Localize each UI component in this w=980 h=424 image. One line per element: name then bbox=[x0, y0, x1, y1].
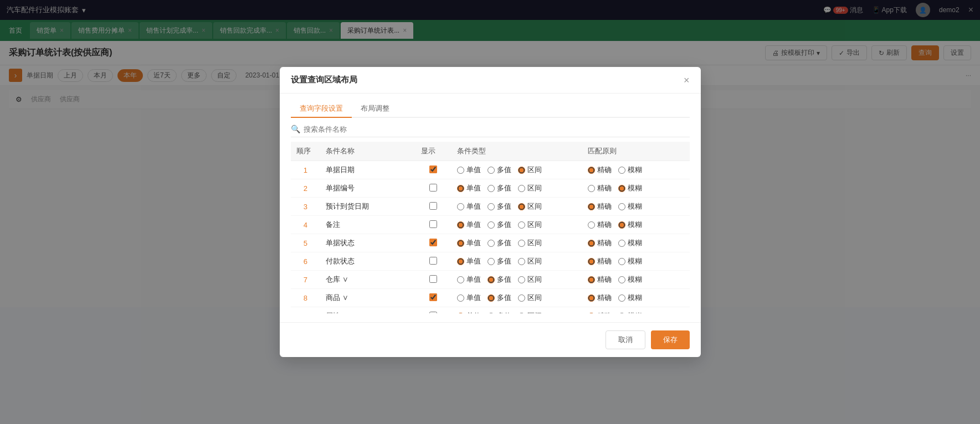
cell-show[interactable] bbox=[415, 252, 451, 271]
cell-match: 精确模糊 bbox=[582, 161, 689, 179]
type-single-option[interactable]: 单值 bbox=[457, 183, 481, 193]
cell-order: 5 bbox=[291, 234, 321, 252]
cell-order: 3 bbox=[291, 198, 321, 216]
cell-type: 单值多值区间 bbox=[451, 216, 582, 234]
cell-show[interactable] bbox=[415, 161, 451, 179]
show-checkbox[interactable] bbox=[429, 293, 437, 301]
type-multi-option[interactable]: 多值 bbox=[488, 165, 511, 175]
cell-order: 4 bbox=[291, 216, 321, 234]
type-single-option[interactable]: 单值 bbox=[457, 238, 481, 248]
match-exact-option[interactable]: 精确 bbox=[588, 183, 612, 193]
cell-order: 2 bbox=[291, 179, 321, 198]
cell-show[interactable] bbox=[415, 198, 451, 216]
match-fuzzy-option[interactable]: 模糊 bbox=[618, 201, 642, 211]
show-checkbox[interactable] bbox=[429, 166, 437, 173]
show-checkbox[interactable] bbox=[429, 239, 437, 246]
modal-search-icon: 🔍 bbox=[291, 125, 300, 133]
modal-close-button[interactable]: × bbox=[684, 75, 690, 85]
modal-table-body: 1单据日期单值多值区间精确模糊2单据编号单值多值区间精确模糊3预计到货日期单值多… bbox=[291, 161, 690, 308]
type-single-option[interactable]: 单值 bbox=[457, 293, 481, 303]
settings-modal: 设置查询区域布局 × 查询字段设置 布局调整 🔍 bbox=[280, 67, 701, 307]
cell-name: 单据编号 bbox=[320, 179, 415, 198]
cell-match: 精确模糊 bbox=[582, 307, 689, 308]
th-match: 匹配原则 bbox=[582, 142, 689, 161]
match-exact-option[interactable]: 精确 bbox=[588, 220, 612, 230]
type-range-option[interactable]: 区间 bbox=[518, 183, 542, 193]
cell-show[interactable] bbox=[415, 216, 451, 234]
cell-name: 单据状态 bbox=[320, 234, 415, 252]
cell-order: 9 bbox=[291, 307, 321, 308]
cell-match: 精确模糊 bbox=[582, 198, 689, 216]
show-checkbox[interactable] bbox=[429, 220, 437, 228]
modal-title: 设置查询区域布局 bbox=[291, 75, 357, 85]
type-multi-option[interactable]: 多值 bbox=[488, 220, 511, 230]
table-header-row: 顺序 条件名称 显示 条件类型 匹配原则 bbox=[291, 142, 690, 161]
match-exact-option[interactable]: 精确 bbox=[588, 293, 612, 303]
cell-show[interactable] bbox=[415, 234, 451, 252]
cell-name: 备注 bbox=[320, 216, 415, 234]
type-multi-option[interactable]: 多值 bbox=[488, 238, 511, 248]
cell-show[interactable] bbox=[415, 271, 451, 289]
cell-order: 6 bbox=[291, 252, 321, 271]
modal-search-input[interactable] bbox=[304, 125, 690, 133]
table-row: 8商品 ∨单值多值区间精确模糊 bbox=[291, 289, 690, 307]
type-single-option[interactable]: 单值 bbox=[457, 275, 481, 285]
type-range-option[interactable]: 区间 bbox=[518, 201, 542, 211]
match-exact-option[interactable]: 精确 bbox=[588, 165, 612, 175]
modal-conditions-table: 顺序 条件名称 显示 条件类型 匹配原则 1单据日期单值多值区间精确模糊2单据编… bbox=[291, 142, 690, 307]
cell-show[interactable] bbox=[415, 307, 451, 308]
match-fuzzy-option[interactable]: 模糊 bbox=[618, 165, 642, 175]
table-row: 3预计到货日期单值多值区间精确模糊 bbox=[291, 198, 690, 216]
cell-name: 属性 ∨ bbox=[320, 307, 415, 308]
show-checkbox[interactable] bbox=[429, 184, 437, 192]
cell-match: 精确模糊 bbox=[582, 252, 689, 271]
match-fuzzy-option[interactable]: 模糊 bbox=[618, 256, 642, 266]
type-range-option[interactable]: 区间 bbox=[518, 256, 542, 266]
type-multi-option[interactable]: 多值 bbox=[488, 256, 511, 266]
cell-type: 单值多值区间 bbox=[451, 271, 582, 289]
type-range-option[interactable]: 区间 bbox=[518, 293, 542, 303]
type-single-option[interactable]: 单值 bbox=[457, 220, 481, 230]
match-fuzzy-option[interactable]: 模糊 bbox=[618, 293, 642, 303]
show-checkbox[interactable] bbox=[429, 257, 437, 265]
type-single-option[interactable]: 单值 bbox=[457, 201, 481, 211]
match-exact-option[interactable]: 精确 bbox=[588, 256, 612, 266]
table-row: 9属性 ∨单值多值区间精确模糊 bbox=[291, 307, 690, 308]
type-single-option[interactable]: 单值 bbox=[457, 165, 481, 175]
type-range-option[interactable]: 区间 bbox=[518, 220, 542, 230]
match-exact-option[interactable]: 精确 bbox=[588, 238, 612, 248]
modal-table-scroll: 顺序 条件名称 显示 条件类型 匹配原则 1单据日期单值多值区间精确模糊2单据编… bbox=[291, 142, 690, 307]
type-multi-option[interactable]: 多值 bbox=[488, 201, 511, 211]
cell-match: 精确模糊 bbox=[582, 289, 689, 307]
type-range-option[interactable]: 区间 bbox=[518, 275, 542, 285]
table-row: 1单据日期单值多值区间精确模糊 bbox=[291, 161, 690, 179]
type-range-option[interactable]: 区间 bbox=[518, 238, 542, 248]
type-range-option[interactable]: 区间 bbox=[518, 165, 542, 175]
type-multi-option[interactable]: 多值 bbox=[488, 183, 511, 193]
table-row: 7仓库 ∨单值多值区间精确模糊 bbox=[291, 271, 690, 289]
match-fuzzy-option[interactable]: 模糊 bbox=[618, 183, 642, 193]
cell-show[interactable] bbox=[415, 179, 451, 198]
match-fuzzy-option[interactable]: 模糊 bbox=[618, 238, 642, 248]
cell-type: 单值多值区间 bbox=[451, 198, 582, 216]
table-row: 5单据状态单值多值区间精确模糊 bbox=[291, 234, 690, 252]
cell-name: 单据日期 bbox=[320, 161, 415, 179]
type-multi-option[interactable]: 多值 bbox=[488, 275, 511, 285]
cell-name: 付款状态 bbox=[320, 252, 415, 271]
tab-query-field-settings[interactable]: 查询字段设置 bbox=[291, 100, 352, 118]
cell-show[interactable] bbox=[415, 289, 451, 307]
cell-name: 仓库 ∨ bbox=[320, 271, 415, 289]
show-checkbox[interactable] bbox=[429, 202, 437, 210]
tab-layout-adjust[interactable]: 布局调整 bbox=[352, 100, 398, 118]
match-fuzzy-option[interactable]: 模糊 bbox=[618, 275, 642, 285]
show-checkbox[interactable] bbox=[429, 275, 437, 283]
type-multi-option[interactable]: 多值 bbox=[488, 293, 511, 303]
match-exact-option[interactable]: 精确 bbox=[588, 201, 612, 211]
th-type: 条件类型 bbox=[451, 142, 582, 161]
type-single-option[interactable]: 单值 bbox=[457, 256, 481, 266]
match-exact-option[interactable]: 精确 bbox=[588, 275, 612, 285]
table-row: 6付款状态单值多值区间精确模糊 bbox=[291, 252, 690, 271]
cell-match: 精确模糊 bbox=[582, 271, 689, 289]
table-row: 2单据编号单值多值区间精确模糊 bbox=[291, 179, 690, 198]
match-fuzzy-option[interactable]: 模糊 bbox=[618, 220, 642, 230]
